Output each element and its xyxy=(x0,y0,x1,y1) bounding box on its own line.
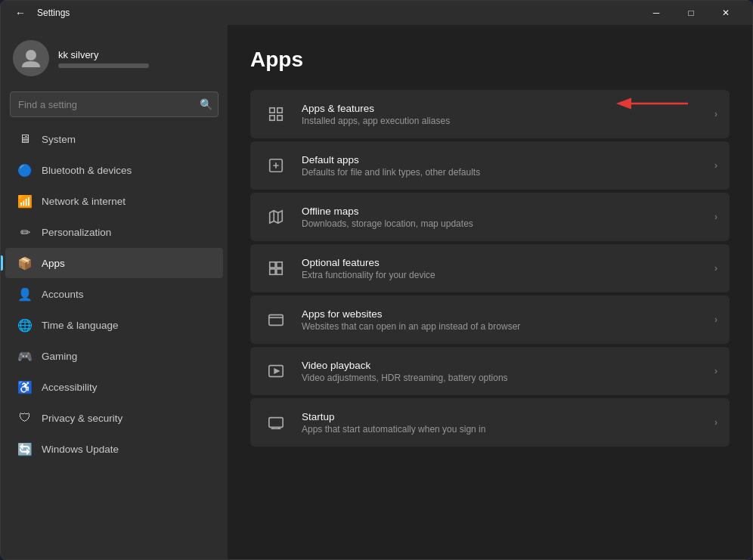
apps-features-chevron: › xyxy=(714,109,717,119)
user-bar xyxy=(58,63,149,68)
back-button[interactable]: ← xyxy=(10,2,31,23)
settings-item-default-apps[interactable]: Default apps Defaults for file and link … xyxy=(250,141,730,190)
sidebar-item-system[interactable]: 🖥 System xyxy=(5,124,223,154)
personalization-icon: ✏ xyxy=(17,224,33,240)
settings-item-apps-features[interactable]: Apps & features Installed apps, app exec… xyxy=(250,90,730,138)
settings-item-wrapper-optional-features: Optional features Extra functionality fo… xyxy=(250,244,730,292)
close-button[interactable]: ✕ xyxy=(708,1,743,25)
apps-features-title: Apps & features xyxy=(302,103,702,114)
sidebar-item-label: Apps xyxy=(42,258,65,269)
sidebar-item-gaming[interactable]: 🎮 Gaming xyxy=(5,341,223,371)
user-name: kk silvery xyxy=(58,49,149,60)
bluetooth-icon: 🔵 xyxy=(17,162,33,178)
settings-item-wrapper-video-playback: Video playback Video adjustments, HDR st… xyxy=(250,347,730,395)
sidebar-item-bluetooth[interactable]: 🔵 Bluetooth & devices xyxy=(5,155,223,185)
maximize-button[interactable]: □ xyxy=(674,1,708,25)
apps-websites-icon xyxy=(262,306,290,333)
startup-icon xyxy=(262,409,290,436)
sidebar-item-label: Time & language xyxy=(42,320,119,331)
svg-rect-13 xyxy=(269,315,283,326)
update-icon: 🔄 xyxy=(17,441,33,456)
startup-chevron: › xyxy=(714,417,717,428)
settings-item-optional-features[interactable]: Optional features Extra functionality fo… xyxy=(250,244,730,292)
sidebar-item-label: Bluetooth & devices xyxy=(42,165,132,176)
default-apps-title: Default apps xyxy=(302,154,702,166)
sidebar-item-update[interactable]: 🔄 Windows Update xyxy=(5,434,223,464)
video-playback-title: Video playback xyxy=(302,360,702,371)
offline-maps-chevron: › xyxy=(714,212,717,222)
window-title: Settings xyxy=(37,8,70,18)
svg-rect-11 xyxy=(270,269,275,274)
search-input[interactable] xyxy=(10,91,218,117)
video-playback-desc: Video adjustments, HDR streaming, batter… xyxy=(302,373,702,383)
sidebar-item-label: System xyxy=(42,134,76,145)
offline-maps-text: Offline maps Downloads, storage location… xyxy=(302,206,702,229)
svg-rect-16 xyxy=(269,418,283,428)
title-bar: ← Settings ─ □ ✕ xyxy=(1,1,752,25)
search-button[interactable]: 🔍 xyxy=(200,98,212,110)
privacy-icon: 🛡 xyxy=(17,410,33,425)
offline-maps-title: Offline maps xyxy=(302,206,702,217)
sidebar-item-apps[interactable]: 📦 Apps xyxy=(5,248,223,278)
sidebar-item-label: Windows Update xyxy=(42,444,119,455)
title-bar-left: ← Settings xyxy=(10,2,70,23)
settings-item-apps-websites[interactable]: Apps for websites Websites that can open… xyxy=(250,295,730,344)
optional-features-title: Optional features xyxy=(302,257,702,268)
system-icon: 🖥 xyxy=(17,131,33,147)
svg-point-0 xyxy=(26,50,36,60)
sidebar-item-network[interactable]: 📶 Network & internet xyxy=(5,186,223,216)
sidebar-item-personalization[interactable]: ✏ Personalization xyxy=(5,217,223,247)
optional-features-chevron: › xyxy=(714,263,717,274)
svg-rect-4 xyxy=(277,116,282,120)
default-apps-text: Default apps Defaults for file and link … xyxy=(302,154,702,178)
settings-window: ← Settings ─ □ ✕ kk silvery xyxy=(0,0,753,560)
settings-item-wrapper-apps-websites: Apps for websites Websites that can open… xyxy=(250,295,730,344)
apps-websites-title: Apps for websites xyxy=(302,308,702,320)
svg-rect-3 xyxy=(270,116,274,120)
network-icon: 📶 xyxy=(17,193,33,209)
sidebar-item-label: Network & internet xyxy=(42,196,126,207)
apps-websites-chevron: › xyxy=(714,314,717,325)
apps-websites-desc: Websites that can open in an app instead… xyxy=(302,321,702,332)
apps-features-desc: Installed apps, app execution aliases xyxy=(302,116,702,126)
optional-features-icon xyxy=(262,255,290,282)
svg-rect-10 xyxy=(277,262,282,268)
settings-item-wrapper-apps-features: Apps & features Installed apps, app exec… xyxy=(250,90,730,138)
sidebar-item-accounts[interactable]: 👤 Accounts xyxy=(5,279,223,309)
optional-features-text: Optional features Extra functionality fo… xyxy=(302,257,702,280)
settings-item-wrapper-offline-maps: Offline maps Downloads, storage location… xyxy=(250,193,730,241)
accounts-icon: 👤 xyxy=(17,286,33,302)
sidebar-item-time[interactable]: 🌐 Time & language xyxy=(5,310,223,340)
svg-marker-6 xyxy=(270,211,283,224)
settings-list: Apps & features Installed apps, app exec… xyxy=(250,90,730,447)
startup-title: Startup xyxy=(302,411,702,422)
content-area: kk silvery 🔍 🖥 System 🔵 Bluetooth & devi… xyxy=(1,25,752,559)
sidebar-item-label: Gaming xyxy=(42,351,77,362)
sidebar-item-privacy[interactable]: 🛡 Privacy & security xyxy=(5,403,223,433)
settings-item-video-playback[interactable]: Video playback Video adjustments, HDR st… xyxy=(250,347,730,395)
default-apps-chevron: › xyxy=(714,160,717,171)
search-box: 🔍 xyxy=(10,91,218,117)
settings-item-startup[interactable]: Startup Apps that start automatically wh… xyxy=(250,398,730,447)
svg-rect-9 xyxy=(270,262,275,268)
window-controls: ─ □ ✕ xyxy=(639,1,743,25)
default-apps-icon xyxy=(262,152,290,179)
offline-maps-desc: Downloads, storage location, map updates xyxy=(302,218,702,229)
startup-desc: Apps that start automatically when you s… xyxy=(302,424,702,435)
apps-icon: 📦 xyxy=(17,255,33,271)
user-profile: kk silvery xyxy=(1,31,228,88)
sidebar-item-accessibility[interactable]: ♿ Accessibility xyxy=(5,372,223,402)
gaming-icon: 🎮 xyxy=(17,348,33,364)
video-playback-text: Video playback Video adjustments, HDR st… xyxy=(302,360,702,383)
settings-item-offline-maps[interactable]: Offline maps Downloads, storage location… xyxy=(250,193,730,241)
nav-list: 🖥 System 🔵 Bluetooth & devices 📶 Network… xyxy=(1,123,228,465)
video-playback-chevron: › xyxy=(714,366,717,376)
offline-maps-icon xyxy=(262,203,290,230)
optional-features-desc: Extra functionality for your device xyxy=(302,270,702,280)
minimize-button[interactable]: ─ xyxy=(639,1,674,25)
sidebar-item-label: Accessibility xyxy=(42,382,98,393)
sidebar-item-label: Accounts xyxy=(42,289,84,300)
apps-features-text: Apps & features Installed apps, app exec… xyxy=(302,103,702,126)
svg-rect-12 xyxy=(277,269,282,274)
svg-marker-15 xyxy=(274,369,279,373)
